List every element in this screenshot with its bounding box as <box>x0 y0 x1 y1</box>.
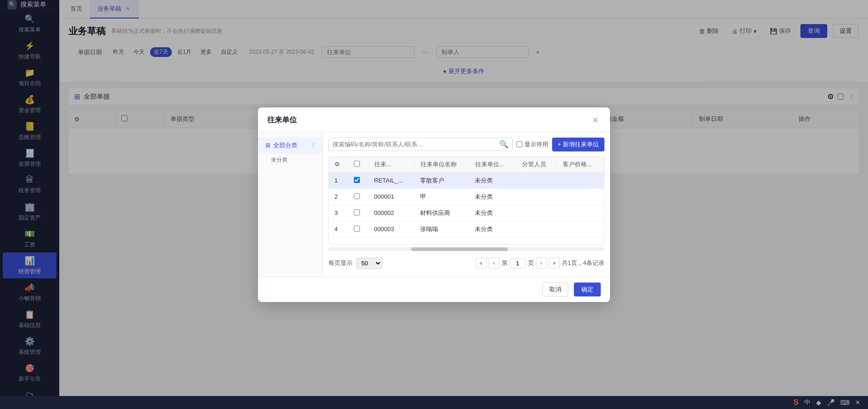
dialog-scrollbar[interactable] <box>328 247 604 251</box>
row-type-1: 未分类 <box>469 172 516 189</box>
row-price-4 <box>557 221 604 237</box>
show-disabled-checkbox[interactable] <box>516 141 522 147</box>
table-row[interactable]: 4 000003 张嗡嗡 未分类 <box>329 221 604 237</box>
row-manager-3 <box>516 205 557 221</box>
dcol-price: 客户价格... <box>557 157 604 173</box>
dialog-body: ⊞ 全部分类 《 未分类 🔍 显示停用 <box>258 132 610 277</box>
row-code-3: 000002 <box>369 205 415 221</box>
collapse-sidebar-icon[interactable]: 《 <box>309 141 315 149</box>
pagination-nav: « ‹ 第 页 › » 共1页，4条记录 <box>476 258 604 269</box>
dialog-overlay[interactable]: 往来单位 ✕ ⊞ 全部分类 《 未分类 <box>0 0 868 409</box>
last-page-btn[interactable]: » <box>549 258 560 269</box>
row-manager-1 <box>516 172 557 189</box>
row-name-4: 张嗡嗡 <box>415 221 469 237</box>
dcol-type: 往来单位... <box>469 157 516 173</box>
total-label: 共1页，4条记录 <box>562 259 604 267</box>
lang-icon[interactable]: 中 <box>804 398 811 407</box>
first-page-btn[interactable]: « <box>476 258 487 269</box>
close-status-icon[interactable]: ✕ <box>855 399 861 406</box>
status-bar: S 中 ◆ 🎤 ⌨ ✕ <box>0 396 868 409</box>
partner-dialog: 往来单位 ✕ ⊞ 全部分类 《 未分类 <box>258 107 610 302</box>
table-row[interactable]: 1 RETAIL_... 零散客户 未分类 <box>329 172 604 189</box>
page-suffix: 页 <box>528 259 534 267</box>
mic-icon[interactable]: 🎤 <box>827 399 835 406</box>
page-prefix: 第 <box>502 259 508 267</box>
dcol-code: 往来... <box>369 157 415 173</box>
row-code-1: RETAIL_... <box>369 172 415 189</box>
row-name-1: 零散客户 <box>415 172 469 189</box>
row-type-3: 未分类 <box>469 205 516 221</box>
cancel-button[interactable]: 取消 <box>542 283 568 296</box>
confirm-button[interactable]: 确定 <box>574 283 601 296</box>
row-settings-3: 3 <box>329 205 348 221</box>
row-price-2 <box>557 189 604 205</box>
row-checkbox-1[interactable] <box>348 172 369 189</box>
diamond-icon[interactable]: ◆ <box>816 399 821 406</box>
dialog-search-wrap: 🔍 <box>328 138 513 151</box>
row-type-2: 未分类 <box>469 189 516 205</box>
dialog-sidebar-all[interactable]: ⊞ 全部分类 《 <box>258 138 322 153</box>
row-type-4: 未分类 <box>469 221 516 237</box>
dialog-pagination: 每页显示 50 100 200 « ‹ 第 页 › <box>328 254 604 271</box>
grid-icon-small: ⊞ <box>265 142 270 149</box>
row-manager-4 <box>516 221 557 237</box>
row-name-2: 甲 <box>415 189 469 205</box>
row-manager-2 <box>516 189 557 205</box>
row-price-1 <box>557 172 604 189</box>
row-settings-1: 1 <box>329 172 348 189</box>
dcol-manager: 分管人员 <box>516 157 557 173</box>
dialog-header: 往来单位 ✕ <box>258 107 610 132</box>
dialog-footer: 取消 确定 <box>258 277 610 302</box>
add-partner-button[interactable]: + 新增往来单位 <box>552 138 604 151</box>
dialog-search-icon: 🔍 <box>499 140 509 149</box>
show-disabled-wrap: 显示停用 <box>516 140 548 149</box>
dialog-scrollbar-thumb <box>411 247 508 251</box>
per-page-label: 每页显示 <box>328 259 352 267</box>
dialog-sidebar: ⊞ 全部分类 《 未分类 <box>258 132 323 277</box>
row-settings-2: 2 <box>329 189 348 205</box>
dialog-close-button[interactable]: ✕ <box>590 115 601 126</box>
dcol-settings: ⚙ <box>329 157 348 173</box>
page-number-input[interactable] <box>509 258 526 268</box>
dialog-table-wrap: ⚙ 往来... 往来单位名称 往来单位... 分管人员 客户价格... 1 <box>328 156 604 245</box>
next-page-btn[interactable]: › <box>536 258 547 269</box>
row-code-2: 000001 <box>369 189 415 205</box>
row-price-3 <box>557 205 604 221</box>
row-checkbox-2[interactable] <box>348 189 369 205</box>
brand-icon: S <box>793 398 799 407</box>
prev-page-btn[interactable]: ‹ <box>489 258 500 269</box>
row-checkbox-4[interactable] <box>348 221 369 237</box>
dialog-table: ⚙ 往来... 往来单位名称 往来单位... 分管人员 客户价格... 1 <box>329 157 604 238</box>
keyboard-icon[interactable]: ⌨ <box>840 399 849 406</box>
dcol-name: 往来单位名称 <box>415 157 469 173</box>
pagination-left: 每页显示 50 100 200 <box>328 258 382 269</box>
table-row[interactable]: 2 000001 甲 未分类 <box>329 189 604 205</box>
dialog-title: 往来单位 <box>267 115 297 125</box>
dialog-toolbar: 🔍 显示停用 + 新增往来单位 <box>328 138 604 151</box>
table-row[interactable]: 3 000002 材料供应商 未分类 <box>329 205 604 221</box>
row-name-3: 材料供应商 <box>415 205 469 221</box>
dialog-search-input[interactable] <box>333 141 497 148</box>
row-settings-4: 4 <box>329 221 348 237</box>
dialog-sidebar-unclassified[interactable]: 未分类 <box>258 153 322 167</box>
dialog-main: 🔍 显示停用 + 新增往来单位 ⚙ <box>323 132 610 277</box>
show-disabled-label: 显示停用 <box>524 140 548 149</box>
dialog-header-checkbox[interactable] <box>354 161 360 167</box>
row-code-4: 000003 <box>369 221 415 237</box>
per-page-select[interactable]: 50 100 200 <box>356 258 382 269</box>
row-checkbox-3[interactable] <box>348 205 369 221</box>
dcol-checkbox <box>348 157 369 173</box>
